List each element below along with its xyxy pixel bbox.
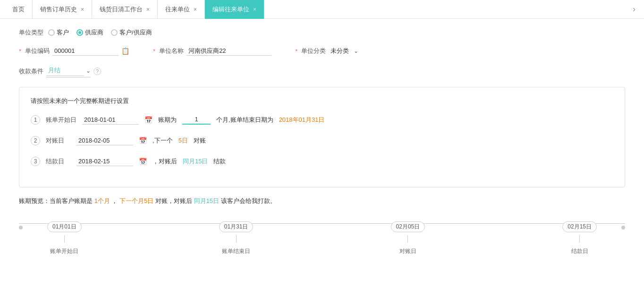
preview-label: 账期预览：当前客户账期是 [19, 197, 93, 204]
unit-info-row: * 单位编码 📋 * 单位名称 * 单位分类 未分类 ⌄ [19, 46, 625, 56]
step-1-date-input[interactable] [82, 115, 139, 125]
section-title: 请按照未来的一个完整帐期进行设置 [31, 97, 613, 105]
timeline-badge-4: 02月15日 [562, 221, 597, 232]
radio-circle-both [111, 29, 118, 36]
step-2-num: 2 [31, 136, 40, 145]
step-3-desc-prefix: ，对账后 [153, 157, 177, 166]
step-1-end-date: 2018年01月31日 [279, 116, 325, 124]
step-2-desc-suffix: 对账 [194, 136, 206, 145]
timeline-tick-3 [407, 235, 408, 243]
unit-type-label: 单位类型 [19, 28, 43, 37]
close-tab-partner[interactable]: × [194, 6, 197, 13]
radio-customer[interactable]: 客户 [48, 28, 69, 37]
tab-more-button[interactable]: › [629, 4, 639, 14]
timeline-item-4: 02月15日 结款日 [562, 221, 597, 255]
radio-supplier[interactable]: 供应商 [76, 28, 103, 37]
timeline-item-3: 02月05日 对账日 [391, 221, 425, 255]
close-tab-cash[interactable]: × [146, 6, 150, 13]
unit-category-label: 单位分类 [301, 47, 326, 55]
step-3-highlight: 同月15日 [183, 157, 208, 166]
tab-bar: 首页 销售订单历史 × 钱货日清工作台 × 往来单位 × 编辑往来单位 × › [0, 0, 644, 19]
unit-code-star: * [19, 48, 21, 55]
step-1-row: 1 账单开始日 📅 账期为 个月,账单结束日期为 2018年01月31日 [31, 115, 613, 125]
timeline-items: 01月01日 账单开始日 01月31日 账单结束日 02月05日 对账日 02月… [19, 221, 625, 255]
timeline-start-dot [19, 226, 23, 229]
payment-terms-label: 收款条件 [19, 67, 43, 76]
preview-part3: 同月15日 [194, 197, 219, 204]
timeline-tick-1 [64, 235, 65, 243]
tab-edit-partner[interactable]: 编辑往来单位 × [205, 0, 264, 19]
step-1-label: 账单开始日 [46, 116, 76, 124]
step-3-row: 3 结款日 📅 ，对账后 同月15日 结款 [31, 157, 613, 166]
timeline-item-1: 01月01日 账单开始日 [47, 221, 82, 255]
step-1-num: 1 [31, 115, 40, 125]
unit-category-star: * [295, 48, 297, 55]
timeline-badge-2: 01月31日 [219, 221, 254, 232]
preview-text: 账期预览：当前客户账期是 1个月 ， 下一个月5日 对账，对账后 同月15日 该… [19, 197, 625, 205]
preview-sep2: 对账，对账后 [155, 197, 192, 204]
unit-type-field: 单位类型 [19, 28, 43, 37]
radio-circle-customer [48, 29, 55, 36]
step-3-label: 结款日 [46, 157, 64, 166]
main-content: 单位类型 客户 供应商 客户/供应商 * 单位编码 📋 * [0, 19, 644, 287]
unit-category-chevron[interactable]: ⌄ [354, 48, 358, 54]
step-3-calendar-icon[interactable]: 📅 [139, 158, 147, 165]
radio-group: 客户 供应商 客户/供应商 [48, 28, 152, 37]
step-1-desc-prefix: 账期为 [158, 116, 177, 124]
payment-terms-dropdown[interactable]: 月结 ⌄ [46, 65, 91, 77]
preview-part1: 1个月 [94, 197, 110, 204]
payment-terms-chevron[interactable]: ⌄ [86, 68, 91, 74]
preview-suffix: 该客户会给我打款。 [221, 197, 276, 204]
radio-label-customer: 客户 [57, 28, 69, 37]
tab-home[interactable]: 首页 [5, 0, 33, 19]
preview-sep1: ， [111, 197, 118, 204]
radio-both[interactable]: 客户/供应商 [111, 28, 152, 37]
timeline-tick-4 [579, 235, 580, 243]
payment-terms-row: 收款条件 月结 ⌄ ? [19, 65, 625, 77]
timeline: 01月01日 账单开始日 01月31日 账单结束日 02月05日 对账日 02月… [19, 217, 625, 270]
step-2-calendar-icon[interactable]: 📅 [139, 137, 147, 144]
step-1-month-input[interactable] [182, 115, 211, 125]
unit-category-field: * 单位分类 未分类 ⌄ [295, 47, 358, 55]
timeline-sub-4: 结款日 [571, 247, 588, 255]
unit-code-input[interactable] [52, 46, 119, 56]
unit-name-input[interactable] [186, 46, 271, 56]
preview-part2: 下一个月5日 [119, 197, 153, 204]
copy-icon[interactable]: 📋 [121, 47, 129, 55]
timeline-sub-2: 账单结束日 [222, 247, 250, 255]
timeline-tick-2 [236, 235, 237, 243]
timeline-badge-3: 02月05日 [391, 221, 425, 232]
radio-label-both: 客户/供应商 [119, 28, 152, 37]
unit-code-label: 单位编码 [25, 47, 50, 55]
step-2-row: 2 对账日 📅 ,下一个 5日 对账 [31, 136, 613, 145]
unit-name-label: 单位名称 [159, 47, 184, 55]
close-tab-sales[interactable]: × [81, 6, 84, 13]
step-3-desc-suffix: 结款 [213, 157, 226, 166]
tab-cash-ledger[interactable]: 钱货日清工作台 × [92, 0, 158, 19]
close-tab-edit[interactable]: × [253, 6, 256, 13]
timeline-badge-1: 01月01日 [47, 221, 82, 232]
timeline-item-2: 01月31日 账单结束日 [219, 221, 254, 255]
step-1-desc-suffix: 个月,账单结束日期为 [216, 116, 273, 124]
step-3-date-input[interactable] [76, 157, 133, 166]
help-icon[interactable]: ? [93, 68, 101, 75]
step-1-calendar-icon[interactable]: 📅 [144, 116, 153, 124]
radio-label-supplier: 供应商 [85, 28, 103, 37]
payment-terms-value[interactable]: 月结 [46, 65, 84, 76]
step-2-label: 对账日 [46, 136, 64, 145]
timeline-end-dot [621, 226, 625, 229]
timeline-sub-3: 对账日 [399, 247, 416, 255]
step-3-num: 3 [31, 157, 40, 166]
tab-partner-units[interactable]: 往来单位 × [158, 0, 205, 19]
step-2-date-input[interactable] [76, 136, 133, 145]
billing-section: 请按照未来的一个完整帐期进行设置 1 账单开始日 📅 账期为 个月,账单结束日期… [19, 87, 625, 187]
unit-name-star: * [153, 48, 155, 55]
step-2-highlight: 5日 [178, 136, 188, 145]
radio-circle-supplier [76, 29, 83, 36]
tab-sales-order-history[interactable]: 销售订单历史 × [33, 0, 92, 19]
timeline-sub-1: 账单开始日 [50, 247, 78, 255]
step-2-desc-prefix: ,下一个 [153, 136, 173, 145]
unit-category-value: 未分类 [330, 47, 349, 55]
payment-terms-field: 收款条件 月结 ⌄ ? [19, 65, 101, 77]
unit-code-field: * 单位编码 📋 [19, 46, 129, 56]
